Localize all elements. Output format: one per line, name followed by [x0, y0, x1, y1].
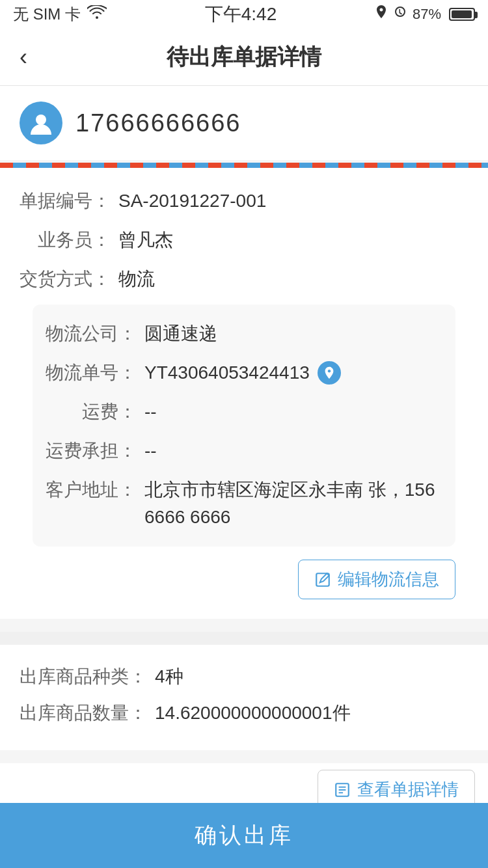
location-icon: [375, 5, 388, 23]
company-row: 物流公司： 圆通速递: [46, 320, 442, 347]
main-content: 17666666666 单据编号： SA-20191227-001 业务员： 曾…: [0, 86, 488, 868]
doc-no-row: 单据编号： SA-20191227-001: [20, 187, 468, 215]
doc-no-label: 单据编号：: [20, 187, 111, 215]
nav-bar: ‹ 待出库单据详情: [0, 29, 488, 86]
freight-label: 运费：: [46, 398, 137, 426]
section-separator: [0, 632, 488, 645]
customer-phone: 17666666666: [75, 109, 241, 137]
delivery-method-label: 交货方式：: [20, 265, 111, 293]
customer-header: 17666666666: [0, 86, 488, 160]
edit-logistics-button[interactable]: 编辑物流信息: [298, 560, 455, 599]
salesperson-row: 业务员： 曾凡杰: [20, 226, 468, 254]
confirm-outbound-button[interactable]: 确认出库: [0, 803, 488, 868]
battery-text: 87%: [413, 6, 441, 23]
status-right: 87%: [375, 5, 475, 23]
tracking-no-label: 物流单号：: [46, 359, 137, 387]
goods-quantity-label: 出库商品数量：: [20, 701, 150, 726]
doc-no-value: SA-20191227-001: [118, 187, 468, 215]
order-info-section: 单据编号： SA-20191227-001 业务员： 曾凡杰 交货方式： 物流 …: [0, 168, 488, 619]
alarm-icon: [393, 5, 407, 23]
battery-icon: [449, 8, 475, 21]
status-bar: 无 SIM 卡 下午4:42 87%: [0, 0, 488, 29]
salesperson-label: 业务员：: [20, 226, 111, 254]
freight-bearer-label: 运费承担：: [46, 437, 137, 465]
freight-bearer-value: --: [144, 437, 442, 465]
freight-row: 运费： --: [46, 398, 442, 426]
goods-type-value: 4种: [155, 664, 183, 689]
freight-value: --: [144, 398, 442, 426]
salesperson-value: 曾凡杰: [118, 226, 468, 254]
goods-quantity-row: 出库商品数量： 14.620000000000001件: [20, 701, 468, 726]
company-label: 物流公司：: [46, 320, 137, 347]
tracking-no-row: 物流单号： YT43064053424413: [46, 359, 442, 387]
track-location-button[interactable]: [318, 361, 341, 385]
address-label: 客户地址：: [46, 476, 137, 504]
page-title: 待出库单据详情: [167, 42, 321, 72]
avatar: [20, 102, 62, 144]
time-text: 下午4:42: [205, 2, 277, 27]
logistics-card: 物流公司： 圆通速递 物流单号： YT43064053424413 运费： --: [33, 305, 455, 547]
company-value: 圆通速递: [144, 320, 442, 347]
status-left: 无 SIM 卡: [13, 4, 107, 25]
goods-quantity-value: 14.620000000000001件: [155, 701, 351, 726]
goods-section: 出库商品种类： 4种 出库商品数量： 14.620000000000001件: [0, 645, 488, 750]
dashed-divider: [0, 163, 488, 168]
back-button[interactable]: ‹: [13, 37, 34, 77]
edit-logistics-label: 编辑物流信息: [338, 568, 439, 591]
goods-type-label: 出库商品种类：: [20, 664, 150, 689]
confirm-outbound-label: 确认出库: [195, 821, 293, 850]
wifi-icon: [87, 5, 107, 23]
svg-point-0: [36, 115, 46, 125]
view-detail-label: 查看单据详情: [357, 778, 459, 801]
freight-bearer-row: 运费承担： --: [46, 437, 442, 465]
svg-rect-1: [316, 573, 329, 586]
delivery-method-row: 交货方式： 物流: [20, 265, 468, 293]
tracking-no-value: YT43064053424413: [144, 359, 442, 387]
edit-btn-row: 编辑物流信息: [20, 547, 468, 606]
delivery-method-value: 物流: [118, 265, 468, 293]
carrier-text: 无 SIM 卡: [13, 4, 81, 25]
address-value: 北京市市辖区海淀区永丰南 张，156 6666 6666: [144, 476, 442, 531]
goods-type-row: 出库商品种类： 4种: [20, 664, 468, 689]
address-row: 客户地址： 北京市市辖区海淀区永丰南 张，156 6666 6666: [46, 476, 442, 531]
